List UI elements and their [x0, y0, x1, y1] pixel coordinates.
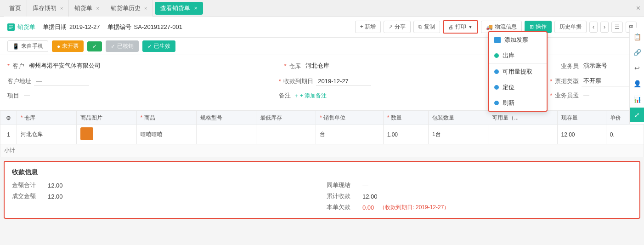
doc-type-label: 销货单 [17, 23, 35, 31]
new-button[interactable]: + 新增 [355, 21, 381, 33]
view-list-button[interactable]: ☰ [611, 22, 623, 33]
sidebar-icon-clipboard[interactable]: 📋 [630, 29, 644, 44]
close-inventory-init[interactable]: × [60, 6, 63, 11]
row-current-stock: 12.00 [557, 125, 606, 144]
address-field: 客户地址 — [7, 77, 275, 86]
product-image [80, 127, 93, 140]
col-image: 商品图片 [77, 111, 136, 125]
phone-icon: 📱 [12, 43, 19, 50]
sidebar-icon-user[interactable]: 👤 [630, 76, 644, 91]
add-invoice-icon [494, 37, 501, 43]
doc-date-area: 单据日期 2019-12-27 [43, 23, 100, 31]
doc-title-area: 销货单 [7, 23, 35, 31]
subtotal-label: 小计 [0, 144, 644, 157]
sidebar-icon-expand[interactable]: ⤢ [630, 108, 644, 122]
col-available: 可用量（... [488, 111, 557, 125]
warehouse-value: 河北仓库 [304, 61, 359, 71]
add-note-button[interactable]: ＋ + 添加备注 [294, 92, 327, 100]
col-min-stock: 最低库存 [256, 111, 316, 125]
balance-note: （收款到期日: 2019-12-27） [379, 204, 449, 211]
col-quantity: * 数量 [383, 111, 428, 125]
amount-total-value: 12.00 [48, 182, 63, 189]
tab-view-sales[interactable]: 查看销货单 × [155, 2, 203, 15]
print-button[interactable]: 🖨 打印 ▼ [443, 20, 478, 34]
row-pack-qty: 1台 [428, 125, 488, 144]
row-warehouse: 河北仓库 [17, 125, 77, 144]
sold-icon: ✓ [111, 43, 115, 50]
sidebar-icon-chart[interactable]: 📊 [630, 92, 644, 107]
share-icon: ↗ [389, 24, 393, 30]
outbound-icon [494, 53, 499, 58]
balance-detail-row: 本单欠款 0.00 （收款到期日: 2019-12-27） [327, 203, 632, 211]
payment-info-title: 收款信息 [12, 168, 632, 177]
sidebar-icon-return[interactable]: ↩ [630, 61, 644, 75]
close-sales-history[interactable]: × [144, 6, 147, 11]
ticket-type-value: 不开票 [582, 76, 637, 86]
product-table: ⚙ * 仓库 商品图片 * 商品 规格型号 最低库存 * 销售单位 * 数量 包… [0, 111, 644, 157]
row-sales-unit: 台 [316, 125, 383, 144]
doc-number-area: 单据编号 SA-20191227-001 [107, 23, 183, 31]
subtotal-row: 小计 [0, 144, 644, 157]
tab-bar: 首页 库存期初 × 销货单 × 销货单历史 × 查看销货单 × × [0, 0, 644, 17]
copy-button[interactable]: ⧉ 复制 [413, 21, 440, 33]
close-sales-order[interactable]: × [96, 6, 99, 11]
window-close-button[interactable]: × [636, 4, 640, 12]
tab-inventory-init[interactable]: 库存期初 × [27, 0, 69, 17]
staff2-field: * 业务员孟 — [550, 91, 637, 100]
row-product: 嘻嘻嘻嘻 [136, 125, 196, 144]
same-order-row: 同单现结 — [327, 181, 632, 189]
col-product: * 商品 [136, 111, 196, 125]
nav-next-button[interactable]: › [600, 22, 609, 33]
payment-info-panel: 收款信息 金额合计 12.00 同单现结 — 成交金额 12.00 累计收款 1… [4, 161, 640, 219]
dropdown-outbound[interactable]: 出库 [489, 48, 547, 63]
dropdown-qty-pick[interactable]: 可用量提取 [489, 64, 547, 80]
check-icon: ✓ [92, 43, 97, 50]
dropdown-add-invoice[interactable]: 添加发票 [489, 32, 547, 48]
sold-out-button[interactable]: ✓ 已核销 [106, 40, 139, 52]
staff2-value: — [582, 91, 637, 100]
logistics-icon: 🚚 [486, 24, 493, 30]
col-spec: 规格型号 [196, 111, 256, 125]
transaction-value: 12.00 [48, 193, 63, 200]
col-sales-unit: * 销售单位 [316, 111, 383, 125]
done-check[interactable]: ✓ [87, 41, 102, 51]
operation-icon: ⊞ [530, 24, 534, 30]
operation-dropdown: 添加发票 出库 可用量提取 定位 刷新 [488, 31, 548, 112]
plus-icon: ＋ [294, 92, 299, 100]
table-row: 1 河北仓库 嘻嘻嘻嘻 台 1.00 1台 12.00 0. [0, 125, 644, 144]
tab-home[interactable]: 首页 [4, 0, 27, 17]
tab-sales-order[interactable]: 销货单 × [69, 0, 105, 17]
nav-prev-button[interactable]: ‹ [589, 22, 598, 33]
from-phone-button[interactable]: 📱 来自手机 [7, 40, 48, 52]
project-field: 项目 — [7, 91, 275, 100]
dropdown-locate[interactable]: 定位 [489, 80, 547, 95]
staff-field: 业务员 演示账号 [561, 61, 637, 71]
project-value: — [22, 91, 77, 100]
history-button[interactable]: 历史单据 [554, 21, 587, 33]
ticket-type-field: * 票据类型 不开票 [550, 76, 637, 86]
customer-value: 柳州粤港平安气体有限公司 [27, 61, 102, 71]
payment-date-value: 2019-12-27 [316, 77, 371, 86]
share-button[interactable]: ↗ 分享 [384, 21, 411, 33]
effective-button[interactable]: ✓ 已生效 [142, 40, 175, 52]
row-available [488, 125, 557, 144]
cumulative-value: 12.00 [362, 193, 378, 200]
address-value: — [34, 77, 89, 86]
close-view-sales[interactable]: × [194, 5, 198, 11]
row-spec [196, 125, 256, 144]
sidebar-icon-link[interactable]: 🔗 [630, 45, 644, 60]
staff-value: 演示账号 [582, 61, 637, 71]
refresh-icon [494, 101, 499, 105]
print-dropdown-arrow: ▼ [468, 24, 473, 29]
col-warehouse: * 仓库 [17, 111, 77, 125]
print-icon: 🖨 [448, 24, 453, 30]
not-opened-button[interactable]: ● 未开票 [52, 40, 84, 52]
row-min-stock [256, 125, 316, 144]
cumulative-row: 累计收款 12.00 [327, 192, 632, 200]
tab-sales-history[interactable]: 销货单历史 × [105, 0, 153, 17]
row-unit-price: 0. [606, 125, 644, 144]
copy-icon: ⧉ [418, 24, 422, 30]
dropdown-refresh[interactable]: 刷新 [489, 95, 547, 111]
col-gear[interactable]: ⚙ [0, 111, 17, 125]
qty-pick-icon [494, 69, 499, 74]
